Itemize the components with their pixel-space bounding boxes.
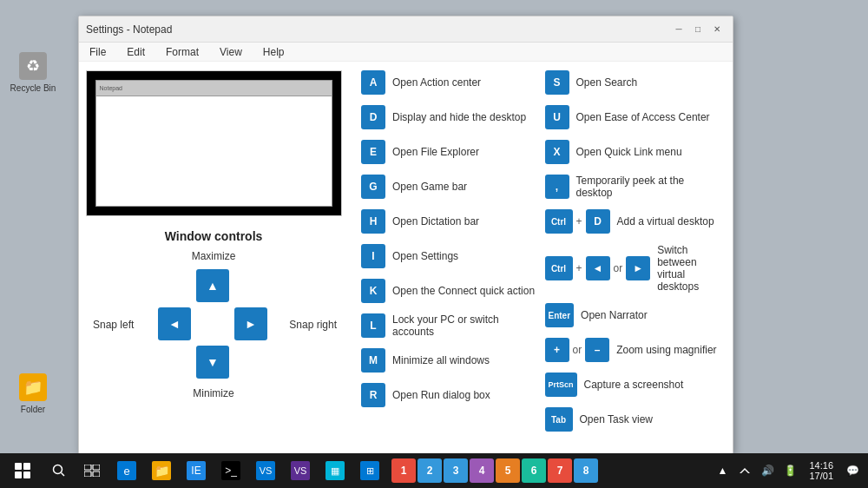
shortcut-row-u: U Open Ease of Access Center [545, 105, 720, 129]
combo-ctrl-d: Ctrl + D [545, 209, 610, 234]
empty-bottom-left [158, 346, 191, 379]
taskbar-app-cmd[interactable]: >_ [214, 453, 248, 488]
taskbar-search[interactable] [43, 453, 75, 488]
shortcut-row-e: E Open File Explorer [361, 140, 536, 164]
key-prtscn: PrtScn [545, 373, 577, 397]
volume-icon[interactable]: 🔊 [757, 453, 778, 488]
svg-rect-2 [84, 465, 91, 470]
svg-point-0 [54, 465, 62, 474]
key-right: ► [626, 256, 650, 280]
empty-top-left [158, 269, 191, 302]
empty-center [196, 307, 229, 340]
preview-inner: Notepad [95, 80, 332, 207]
shortcut-row-a: A Open Action center [361, 70, 536, 95]
start-button[interactable] [2, 453, 43, 488]
ie-icon: IE [187, 461, 206, 480]
num-btn-4[interactable]: 4 [470, 458, 494, 483]
taskbar-app-ie[interactable]: IE [179, 453, 214, 488]
arrow-down-button[interactable]: ▼ [196, 346, 229, 379]
desc-h: Open Dictation bar [392, 215, 479, 228]
num-btn-7[interactable]: 7 [548, 458, 572, 483]
taskbar-app-files[interactable]: 📁 [144, 453, 179, 488]
menu-view[interactable]: View [216, 44, 246, 60]
key-a: A [361, 70, 385, 95]
shortcut-col-1: A Open Action center D Display and hide … [361, 70, 536, 442]
taskbar-task-view[interactable] [75, 453, 109, 488]
vscode-icon: VS [256, 461, 275, 480]
desc-tab: Open Task view [580, 413, 654, 425]
desc-k: Open the Connect quick action [392, 285, 535, 297]
desktop-icon-recycle[interactable]: ♻ Recycle Bin [7, 52, 59, 93]
snap-left-label: Snap left [93, 319, 134, 331]
combo-zoom: + or – [545, 338, 610, 362]
desc-d: Display and hide the desktop [392, 111, 526, 123]
desktop-icon-folder[interactable]: 📁 Folder [7, 373, 59, 414]
menu-format[interactable]: Format [162, 44, 202, 60]
arrow-up-button[interactable]: ▲ [196, 269, 229, 302]
menu-edit[interactable]: Edit [123, 44, 148, 60]
time-display: 14:16 [809, 460, 833, 471]
or-2: or [573, 344, 582, 356]
notification-icon[interactable]: 💬 [842, 453, 863, 488]
key-plus: + [545, 338, 569, 362]
num-btn-5[interactable]: 5 [496, 458, 520, 483]
window-title: Settings - Notepad [86, 23, 172, 36]
svg-rect-4 [84, 472, 91, 477]
menu-file[interactable]: File [86, 44, 109, 60]
shortcut-col-2: S Open Search U Open Ease of Access Cent… [545, 70, 720, 442]
shortcut-row-s: S Open Search [545, 70, 720, 95]
shortcut-row-ctrl-arrows: Ctrl + ◄ or ► Switch between virtual des… [545, 244, 720, 293]
shortcut-row-m: M Minimize all windows [361, 348, 536, 373]
time-block[interactable]: 14:16 17/01 [802, 460, 840, 481]
key-i: I [361, 244, 385, 268]
svg-rect-5 [93, 472, 100, 477]
battery-icon[interactable]: 🔋 [779, 453, 800, 488]
main-window: Settings - Notepad ─ □ ✕ File Edit Forma… [78, 16, 733, 454]
desc-enter: Open Narrator [581, 309, 648, 321]
num-btn-1[interactable]: 1 [391, 458, 416, 483]
desc-m: Minimize all windows [392, 354, 490, 366]
desktop: ♻ Recycle Bin 📁 Folder Settings - Notepa… [0, 0, 868, 488]
taskbar-app-vscode[interactable]: VS [248, 453, 283, 488]
shortcut-row-i: I Open Settings [361, 244, 536, 268]
minimize-button[interactable]: ─ [670, 23, 687, 36]
close-button[interactable]: ✕ [708, 23, 726, 36]
key-e: E [361, 140, 385, 164]
desc-r: Open Run dialog box [392, 389, 490, 401]
shortcut-row-ctrl-d: Ctrl + D Add a virtual desktop [545, 209, 720, 234]
start-icon [15, 463, 30, 478]
arrow-right-button[interactable]: ► [234, 307, 267, 340]
taskbar-app-edge[interactable]: e [109, 453, 144, 488]
taskbar-app-grid[interactable]: ▦ [318, 453, 352, 488]
window-titlebar: Settings - Notepad ─ □ ✕ [79, 16, 733, 43]
window-controls: ─ □ ✕ [670, 23, 726, 36]
taskbar-right: ▲ 🔊 🔋 14:16 17/01 💬 [712, 453, 866, 488]
key-h: H [361, 209, 385, 234]
shortcut-row-g: G Open Game bar [361, 175, 536, 199]
desc-zoom: Zoom using magnifier [616, 344, 716, 356]
key-u: U [545, 105, 569, 129]
num-btn-3[interactable]: 3 [444, 458, 468, 483]
maximize-button[interactable]: □ [689, 23, 707, 36]
num-btn-6[interactable]: 6 [522, 458, 546, 483]
shortcut-row-zoom: + or – Zoom using magnifier [545, 338, 720, 362]
taskbar-app-vscode2[interactable]: VS [283, 453, 318, 488]
edge-icon: e [117, 461, 136, 480]
menu-help[interactable]: Help [260, 44, 288, 60]
key-ctrl-2: Ctrl [545, 256, 573, 280]
arrow-left-button[interactable]: ◄ [158, 307, 191, 340]
network-icon[interactable] [734, 453, 755, 488]
num-btn-2[interactable]: 2 [418, 458, 442, 483]
num-btn-8[interactable]: 8 [574, 458, 598, 483]
shortcut-row-comma: , Temporarily peek at the desktop [545, 175, 720, 199]
desktop-icon-label: Recycle Bin [10, 83, 56, 93]
desc-g: Open Game bar [392, 181, 467, 193]
preview-body [96, 96, 332, 206]
empty-top-right [234, 269, 267, 302]
desc-i: Open Settings [392, 250, 458, 262]
chevron-up-icon[interactable]: ▲ [712, 453, 733, 488]
taskbar-app-windows[interactable]: ⊞ [352, 453, 387, 488]
key-l: L [361, 313, 385, 338]
right-panel: A Open Action center D Display and hide … [348, 62, 733, 453]
desc-s: Open Search [576, 76, 638, 89]
